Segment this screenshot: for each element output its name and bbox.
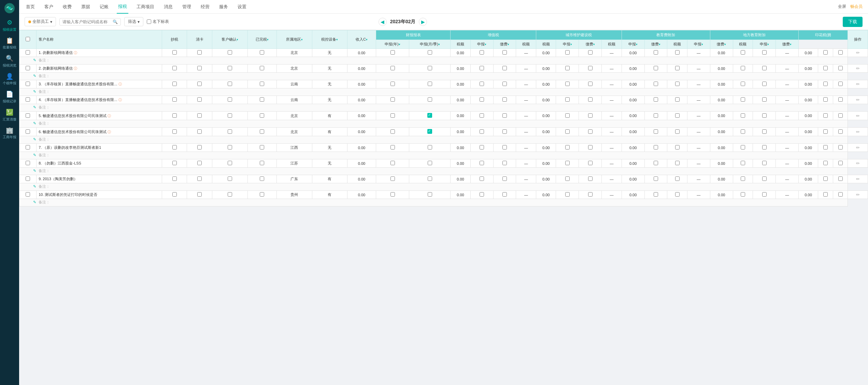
row-checkbox[interactable] <box>26 161 30 165</box>
cs-apply-cell <box>556 65 579 73</box>
remark-icon: ✎ <box>33 58 36 62</box>
cs-extra-cell: — <box>602 80 622 88</box>
nav-service[interactable]: 服务 <box>218 0 229 14</box>
df-apply-cell <box>733 144 753 152</box>
employee-filter[interactable]: 全部员工 ▾ <box>25 17 56 26</box>
col-region-header: 所属地区▾ <box>276 30 312 49</box>
row-checkbox[interactable] <box>26 82 30 86</box>
remark-text: 备注： <box>39 153 50 157</box>
remark-icon: ✎ <box>33 121 36 125</box>
edit-icon[interactable]: ✏ <box>856 161 860 166</box>
cs-tax-cell: 0.00 <box>536 128 556 136</box>
warn-icon: ⓘ <box>118 82 122 86</box>
row-checkbox[interactable] <box>26 192 30 197</box>
sidebar-item-geshui[interactable]: 👤 个税申报 <box>0 70 19 88</box>
row-checkbox[interactable] <box>26 66 30 70</box>
prev-month-button[interactable]: ◀ <box>379 18 387 26</box>
row-checkbox[interactable] <box>26 50 30 55</box>
member-btn[interactable]: 畅会员 <box>850 4 863 10</box>
df-pay-cell <box>753 65 776 73</box>
df-tax-cell: 0.00 <box>710 96 733 104</box>
nav-billing[interactable]: 收费 <box>61 0 73 14</box>
jy-extra-cell: — <box>687 112 710 120</box>
yh-apply-cell <box>818 144 833 152</box>
row-checkbox-cell <box>19 96 37 104</box>
remark-row: ✎ 备注： <box>19 104 868 112</box>
zs-pay-cell <box>493 65 516 73</box>
nav-settings[interactable]: 设置 <box>236 0 248 14</box>
filter-button[interactable]: 筛选 ▾ <box>124 17 143 26</box>
edit-icon[interactable]: ✏ <box>856 113 860 118</box>
df-extra-cell: — <box>775 159 798 168</box>
nav-message[interactable]: 消息 <box>162 0 174 14</box>
edit-icon[interactable]: ✏ <box>856 66 860 71</box>
sidebar-item-gongshangnianbo[interactable]: 🏢 工商年报 <box>0 124 19 142</box>
row-checkbox-cell <box>19 49 37 57</box>
zs-extra-cell: — <box>516 128 536 136</box>
cw-month-cell <box>409 49 451 57</box>
edit-icon[interactable]: ✏ <box>856 82 860 87</box>
next-month-button[interactable]: ▶ <box>419 18 427 26</box>
select-all-checkbox[interactable] <box>26 37 30 41</box>
qingka-cell <box>187 159 212 168</box>
nav-industry[interactable]: 工商项目 <box>135 0 156 14</box>
col-group-csj-header: 城市维护建设税 <box>536 30 622 40</box>
remark-row: ✎ 备注： <box>19 152 868 159</box>
sub-yh-pay: 缴费▾ <box>775 40 798 49</box>
row-checkbox[interactable] <box>26 97 30 102</box>
row-checkbox[interactable] <box>26 129 30 134</box>
named-label-checkbox[interactable]: 名下标表 <box>147 19 169 25</box>
cs-extra-cell: — <box>602 144 622 152</box>
edit-icon[interactable]: ✏ <box>856 97 860 102</box>
nav-invoice[interactable]: 票据 <box>80 0 91 14</box>
download-button[interactable]: 下载 <box>843 17 863 27</box>
edit-icon[interactable]: ✏ <box>856 129 860 134</box>
cw-month-cell <box>409 175 451 183</box>
nav-customer[interactable]: 客户 <box>43 0 55 14</box>
sidebar-item-baoshuiliulan[interactable]: 🔍 报税浏览 <box>0 52 19 70</box>
zs-tax-cell: 0.00 <box>451 112 471 120</box>
row-checkbox[interactable] <box>26 176 30 181</box>
row-checkbox[interactable] <box>26 145 30 149</box>
sidebar-item-jilu[interactable]: 📄 报税记录 <box>0 88 19 106</box>
df-pay-cell <box>753 175 776 183</box>
zs-tax-cell: 0.00 <box>451 80 471 88</box>
fullscreen-btn[interactable]: 全屏 <box>838 4 846 10</box>
table-row: 8. （勿删）江西股金-LSS 江苏 无 0.00 0.00 — 0.00 — … <box>19 159 868 168</box>
table-row: 6. 畅捷通信息技术股份有限公司民珠测试 ⓘ 北京 有 0.00 0.00 — … <box>19 128 868 136</box>
search-box[interactable]: 🔍 <box>59 18 121 26</box>
cs-extra-cell: — <box>602 65 622 73</box>
cs-apply-cell <box>556 96 579 104</box>
nav-accounting[interactable]: 记账 <box>98 0 110 14</box>
nav-tax[interactable]: 报税 <box>117 0 128 14</box>
browse-icon: 🔍 <box>6 55 13 62</box>
df-apply-cell <box>733 65 753 73</box>
zs-pay-cell <box>493 80 516 88</box>
col-op-header: 操作 <box>848 30 868 49</box>
warn-icon: ⓘ <box>118 98 122 102</box>
warn-icon: ⓘ <box>74 51 77 55</box>
nav-manage[interactable]: 管理 <box>181 0 193 14</box>
search-input[interactable] <box>62 19 113 24</box>
sidebar-item-piliangbaoshui[interactable]: 📋 批量报税 <box>0 34 19 53</box>
edit-icon[interactable]: ✏ <box>856 176 860 182</box>
df-pay-cell <box>753 112 776 120</box>
income-cell: 无 <box>312 144 347 152</box>
sidebar-item-baoshuishezhi[interactable]: ⚙ 报税设置 <box>0 16 19 34</box>
nav-home[interactable]: 首页 <box>25 0 36 14</box>
nav-finance[interactable]: 经营 <box>199 0 211 14</box>
row-checkbox[interactable] <box>26 113 30 118</box>
region-cell: 贵州 <box>276 191 312 199</box>
done-cell <box>247 80 276 88</box>
jy-extra-cell: — <box>687 128 710 136</box>
sub-cs-tax: 税额 <box>536 40 556 49</box>
sidebar-item-huisuan[interactable]: 💹 汇算清缴 <box>0 106 19 124</box>
edit-icon[interactable]: ✏ <box>856 50 860 55</box>
col-done-header: 已完税▾ <box>247 30 276 49</box>
jy-tax-cell: 0.00 <box>622 159 644 168</box>
named-checkbox[interactable] <box>147 19 151 24</box>
cw-year-cell <box>376 80 409 88</box>
op-cell: ✏ <box>848 65 868 73</box>
edit-icon[interactable]: ✏ <box>856 145 860 150</box>
edit-icon[interactable]: ✏ <box>856 192 860 197</box>
